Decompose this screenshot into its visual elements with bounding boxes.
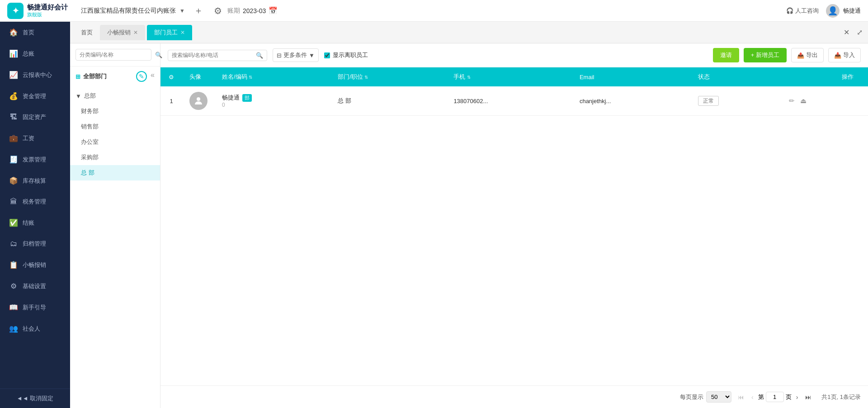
prev-page-button[interactable]: ‹ [749,392,756,402]
dept-item-office[interactable]: 办公室 [70,134,160,150]
guide-icon: 📖 [9,303,18,312]
page-content: 🔍 ⊞ 全部部门 ✎ « ▼ [70,43,868,408]
sidebar-item-reports[interactable]: 📈 云报表中心 [0,64,70,85]
sidebar-item-home[interactable]: 🏠 首页 [0,22,70,43]
col-settings[interactable]: ⚙ [160,67,182,86]
col-actions: 操作 [782,67,868,86]
dept-search-input[interactable] [75,49,151,61]
dept-group-general[interactable]: ▼ 总部 [70,88,160,104]
edit-employee-button[interactable]: ✏ [789,97,795,105]
avatar: 👤 [826,4,840,18]
sidebar-item-close[interactable]: ✅ 结账 [0,212,70,233]
logo-text-wrap: 畅捷通好会计 旗舰版 [27,3,68,18]
dept-item-finance[interactable]: 财务部 [70,104,160,119]
tab-dept-employee[interactable]: 部门员工 ✕ [147,25,192,40]
add-employee-button[interactable]: + 新增员工 [744,48,787,62]
cancel-fixed-button[interactable]: ◄◄ 取消固定 [0,389,70,408]
toolbar-right: 邀请 + 新增员工 📤 导出 📥 导入 [713,48,861,62]
sidebar-label-social: 社会人 [23,325,40,333]
row-email: chanjethkj... [572,86,691,116]
employee-avatar [189,92,208,110]
sidebar-item-inventory[interactable]: 📦 库存核算 [0,170,70,191]
tab-home[interactable]: 首页 [74,25,100,40]
col-email: Email [572,67,691,86]
employee-code: 0 [222,102,323,108]
export-label: 导出 [806,51,818,59]
next-page-button[interactable]: › [793,392,801,402]
assets-icon: 🏗 [9,113,18,121]
sidebar-item-archive[interactable]: 🗂 归档管理 [0,233,70,254]
sidebar-label-archive: 归档管理 [23,240,46,248]
sort-name-icon: ⇅ [249,75,252,80]
employee-search-input[interactable] [172,52,253,58]
logo-title: 畅捷通好会计 [27,3,68,11]
page-input[interactable] [766,392,784,402]
calendar-icon[interactable]: 📅 [269,6,278,15]
show-resigned-checkbox[interactable] [324,52,330,58]
sidebar-label-inventory: 库存核算 [23,177,46,185]
tab-dept-close[interactable]: ✕ [180,29,185,36]
sidebar-label-salary: 工资 [23,134,34,142]
row-phone: 138070602... [446,86,572,116]
dept-grid-icon: ⊞ [75,73,80,80]
dept-header-right: ✎ « [136,71,155,82]
col-status: 状态 [691,67,782,86]
row-dept: 总 部 [330,86,446,116]
user-area[interactable]: 👤 畅捷通 [826,4,861,18]
dept-item-purchase[interactable]: 采购部 [70,150,160,165]
show-resigned-toggle[interactable]: 显示离职员工 [324,51,368,59]
page-size-wrap: 每页显示 50 20 100 [680,391,731,403]
tab-expand-button[interactable]: ⤢ [855,26,864,38]
sidebar-item-assets[interactable]: 🏗 固定资产 [0,107,70,128]
filter-chevron-icon: ▼ [309,52,315,59]
sidebar-item-guide[interactable]: 📖 新手引导 [0,297,70,318]
dept-edit-button[interactable]: ✎ [136,71,147,82]
col-dept[interactable]: 部门/职位 ⇅ [330,67,446,86]
top-actions: ＋ ⚙ [192,3,224,19]
dept-collapse-button[interactable]: « [151,71,155,82]
dept-header-left: ⊞ 全部部门 [75,72,107,81]
company-selector[interactable]: 江西服宝精品有限责任公司内账张 ▼ [81,7,185,15]
sidebar-item-tax[interactable]: 🏛 税务管理 [0,191,70,212]
per-page-select[interactable]: 50 20 100 [706,391,731,403]
invite-button[interactable]: 邀请 [713,48,739,62]
service-button[interactable]: 🎧 人工咨询 [786,7,819,15]
sidebar-label-basic: 基础设置 [23,282,46,290]
tab-expense[interactable]: 小畅报销 ✕ [100,25,145,40]
home-icon: 🏠 [9,28,18,37]
dept-item-sales[interactable]: 销售部 [70,119,160,134]
export-button[interactable]: 📤 导出 [791,48,824,62]
sidebar-label-ledger: 总账 [23,50,34,58]
col-name[interactable]: 姓名/编码 ⇅ [215,67,330,86]
export-icon: 📤 [797,52,804,59]
close-period-icon: ✅ [9,218,18,227]
all-dept-label: 全部部门 [83,72,107,81]
sidebar-label-assets: 固定资产 [23,113,46,121]
period-label: 账期 [227,7,240,15]
sidebar-item-salary[interactable]: 💼 工资 [0,128,70,149]
col-phone[interactable]: 手机 ⇅ [446,67,572,86]
logout-employee-button[interactable]: ⏏ [800,97,807,105]
sort-phone-icon: ⇅ [467,75,471,80]
sidebar-item-expense[interactable]: 📋 小畅报销 [0,254,70,275]
add-account-button[interactable]: ＋ [192,3,205,19]
last-page-button[interactable]: ⏭ [802,392,814,402]
sidebar-item-invoice[interactable]: 🧾 发票管理 [0,149,70,170]
sidebar-item-basic[interactable]: ⚙ 基础设置 [0,275,70,297]
tab-close-all-button[interactable]: ✕ [842,26,851,38]
tab-expense-close[interactable]: ✕ [133,29,138,36]
settings-button[interactable]: ⚙ [212,4,224,18]
sort-dept-icon: ⇅ [364,75,368,80]
dept-item-general-hq[interactable]: 总 部 [70,165,160,180]
sidebar-item-social[interactable]: 👥 社会人 [0,318,70,339]
sidebar-item-ledger[interactable]: 📊 总账 [0,43,70,64]
sidebar-item-funds[interactable]: 💰 资金管理 [0,85,70,107]
first-page-button[interactable]: ⏮ [735,392,747,402]
search-icon[interactable]: 🔍 [256,52,263,59]
reports-icon: 📈 [9,71,18,79]
import-button[interactable]: 📥 导入 [828,48,861,62]
expand-icon: ▼ [75,93,81,100]
dept-group-label: 总部 [84,92,96,100]
tab-right-buttons: ✕ ⤢ [842,26,864,38]
filter-button[interactable]: ⊟ 更多条件 ▼ [273,48,319,62]
